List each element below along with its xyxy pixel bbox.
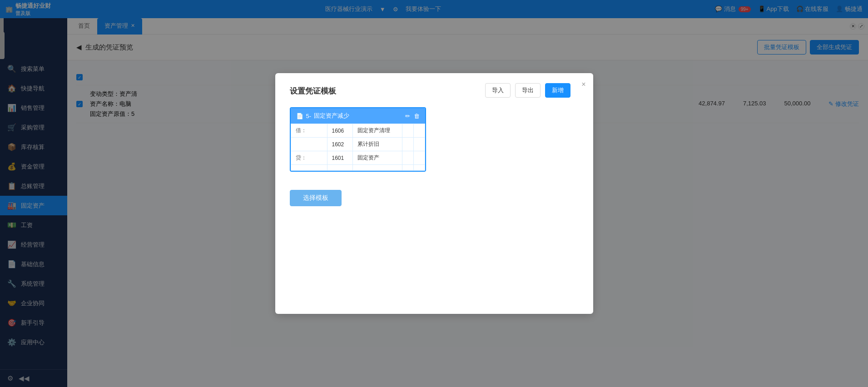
main-layout: 🔍 搜索菜单 🏠 快捷导航 📊 销售管理 🛒 采购管理 📦 库存核: [0, 18, 868, 387]
entry-name-2: 累计折旧: [352, 138, 402, 151]
template-card-header: 📄 5-固定资产减少 ✏ 🗑: [291, 108, 425, 124]
entry-code-2: 1602: [327, 138, 352, 151]
template-id: 5-: [306, 113, 312, 119]
select-btn-container: 选择模板: [290, 181, 579, 206]
modal-header-actions: 导入 导出 新增: [485, 83, 570, 98]
template-card: 📄 5-固定资产减少 ✏ 🗑: [290, 107, 426, 172]
template-table: 借： 1606 固定资产清理 1602: [291, 124, 425, 171]
empty-4: [402, 165, 414, 171]
entry-type-2: [291, 138, 327, 151]
export-btn[interactable]: 导出: [515, 83, 541, 98]
import-btn[interactable]: 导入: [485, 83, 511, 98]
template-entry-3: 贷： 1601 固定资产: [291, 151, 425, 165]
new-btn[interactable]: 新增: [545, 83, 570, 98]
entry-credit-3: [413, 151, 425, 165]
template-doc-icon: 📄: [296, 113, 303, 119]
entry-code-3: 1601: [327, 151, 352, 165]
empty-2: [327, 165, 352, 171]
empty-3: [352, 165, 402, 171]
entry-debit-1: [402, 124, 414, 138]
entry-debit-2: [402, 138, 414, 151]
content-area: 首页 资产管理 ✕ ✕ ⤢ ◀ 生成的凭证预览: [67, 18, 868, 387]
empty-1: [291, 165, 327, 171]
template-entry-empty: [291, 165, 425, 171]
delete-icon[interactable]: 🗑: [414, 113, 420, 119]
modal-overlay: 设置凭证模板 导入 导出 新增 × 📄: [67, 35, 868, 387]
entry-credit-1: [413, 124, 425, 138]
entry-debit-3: [402, 151, 414, 165]
entry-type-1: 借：: [291, 124, 327, 138]
template-name: 固定资产减少: [314, 112, 349, 120]
entry-name-1: 固定资产清理: [352, 124, 402, 138]
template-entry-2: 1602 累计折旧: [291, 138, 425, 151]
modal-close-btn[interactable]: ×: [581, 80, 585, 89]
entry-name-3: 固定资产: [352, 151, 402, 165]
content-main: ◀ 生成的凭证预览 批量凭证模板 全部生成凭证 ✓ ✓: [67, 35, 868, 387]
modal: 设置凭证模板 导入 导出 新增 × 📄: [275, 73, 593, 314]
template-card-actions: ✏ 🗑: [405, 113, 420, 119]
template-card-title: 📄 5-固定资产减少: [296, 112, 350, 120]
empty-5: [413, 165, 425, 171]
app-container: 🏢 畅捷通好业财 普及版 医疗器械行业演示 ▼ ⚙ 我要体验一下 💬 消息 99…: [0, 0, 868, 387]
entry-code-1: 1606: [327, 124, 352, 138]
entry-credit-2: [413, 138, 425, 151]
select-template-btn[interactable]: 选择模板: [290, 190, 342, 206]
template-entry-1: 借： 1606 固定资产清理: [291, 124, 425, 138]
entry-type-3: 贷：: [291, 151, 327, 165]
edit-icon[interactable]: ✏: [405, 113, 410, 119]
